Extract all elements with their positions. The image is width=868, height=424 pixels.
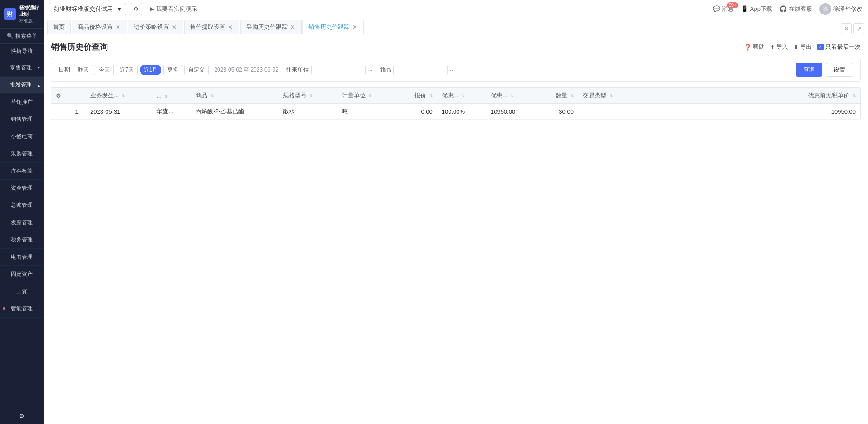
- date-range-display: 2023-05-02 至 2023-06-02: [214, 66, 278, 74]
- sidebar-item-general-ledger[interactable]: 总账管理: [0, 197, 44, 214]
- col-more-label: ...: [156, 92, 161, 99]
- product-lookup-btn[interactable]: ···: [449, 66, 455, 73]
- sidebar-item-ecommerce[interactable]: 电商管理: [0, 249, 44, 266]
- sort-icon: ⇅: [609, 93, 613, 98]
- sidebar-item-sales[interactable]: 销售管理: [0, 111, 44, 128]
- app-edition: 标准版: [19, 18, 40, 24]
- sidebar-item-wholesale[interactable]: 批发管理 ▴: [0, 77, 44, 94]
- page-title-bar: 销售历史价查询 ❓ 帮助 ⬆ 导入 ⬇ 导出 ✓ 只看最后一次: [51, 42, 861, 53]
- tab-purchase-history-close[interactable]: ✕: [289, 24, 296, 30]
- row-discount1: 100.00%: [437, 104, 486, 120]
- customer-lookup-btn[interactable]: ···: [367, 66, 373, 73]
- page-content: 销售历史价查询 ❓ 帮助 ⬆ 导入 ⬇ 导出 ✓ 只看最后一次: [44, 34, 868, 424]
- col-more[interactable]: ... ⇅: [152, 88, 191, 104]
- module-selector-label: 好业财标准版交付试用: [54, 5, 113, 13]
- tab-close-button[interactable]: ✕: [841, 23, 852, 34]
- app-download-button[interactable]: 📱 App下载: [741, 5, 772, 13]
- row-gear: [51, 104, 68, 120]
- tab-purchase-strategy-close[interactable]: ✕: [171, 24, 177, 30]
- sidebar-item-assets[interactable]: 固定资产: [0, 266, 44, 283]
- date-last7-btn[interactable]: 近7天: [116, 65, 138, 75]
- tabbar: 首页 商品价格设置 ✕ 进价策略设置 ✕ 售价提取设置 ✕ 采购历史价跟踪 ✕ …: [44, 18, 868, 34]
- tab-sale-history[interactable]: 销售历史价跟踪 ✕: [302, 20, 364, 34]
- export-button[interactable]: ⬇ 导出: [794, 43, 812, 51]
- col-product[interactable]: 商品 ⇅: [191, 88, 278, 104]
- col-discount2[interactable]: 优惠... ⇅: [486, 88, 537, 104]
- date-filter-label: 日期: [59, 66, 70, 74]
- col-discount1[interactable]: 优惠... ⇅: [437, 88, 486, 104]
- download-icon: 📱: [741, 5, 748, 12]
- chevron-down-icon: ▾: [118, 5, 121, 12]
- sidebar-quicknav[interactable]: 快捷导航: [0, 44, 44, 59]
- col-pretax-price[interactable]: 优惠前无税单价 ⇅: [775, 88, 860, 104]
- only-last-checkbox[interactable]: ✓: [817, 44, 824, 50]
- table-row[interactable]: 1 2023-05-31 华查... 丙烯酸-2-乙基已酯 散水 吨 0.00 …: [51, 104, 860, 120]
- only-last-checkbox-label[interactable]: ✓ 只看最后一次: [817, 43, 861, 51]
- sidebar-logo: 财 畅捷通好业财 标准版: [0, 0, 44, 29]
- col-spec[interactable]: 规格型号 ⇅: [278, 88, 337, 104]
- tab-sale-price-close[interactable]: ✕: [227, 24, 234, 30]
- sort-icon: ⇅: [429, 93, 433, 98]
- product-input[interactable]: [393, 65, 448, 75]
- sidebar-item-smart[interactable]: 智能管理: [0, 300, 44, 318]
- date-today-btn[interactable]: 今天: [95, 65, 114, 75]
- row-unit: 吨: [337, 104, 396, 120]
- sidebar-search[interactable]: 🔍 搜索菜单: [0, 29, 44, 44]
- user-menu[interactable]: 徐 徐泽华修改: [819, 3, 863, 15]
- sidebar-bottom-settings[interactable]: ⚙: [0, 408, 44, 424]
- customer-input[interactable]: [311, 65, 366, 75]
- topbar: 好业财标准版交付试用 ▾ ⚙ ▶ 我要看实例演示 💬 消息 99+ 📱 App下…: [44, 0, 868, 18]
- tab-home-label: 首页: [53, 23, 65, 31]
- col-quantity[interactable]: 数量 ⇅: [537, 88, 578, 104]
- table-wrapper: ⚙ 业务发生... ⇅ ... ⇅ 商品 ⇅: [51, 87, 861, 120]
- sidebar-item-marketing[interactable]: 营销推广: [0, 94, 44, 111]
- tab-product-price[interactable]: 商品价格设置 ✕: [72, 20, 127, 34]
- sidebar-item-ecommerce-small[interactable]: 小畅电商: [0, 128, 44, 145]
- online-service-button[interactable]: 🎧 在线客服: [780, 5, 812, 13]
- sidebar-item-tax[interactable]: 税务管理: [0, 231, 44, 249]
- tab-purchase-history[interactable]: 采购历史价跟踪 ✕: [240, 20, 302, 34]
- date-custom-btn[interactable]: 自定义: [184, 65, 209, 75]
- sidebar-item-payroll[interactable]: 工资: [0, 283, 44, 300]
- messages-button[interactable]: 💬 消息 99+: [713, 5, 734, 13]
- import-label: 导入: [776, 43, 788, 51]
- date-last1m-btn[interactable]: 近1月: [140, 65, 162, 75]
- tab-product-price-close[interactable]: ✕: [115, 24, 121, 30]
- tab-sale-price[interactable]: 售价提取设置 ✕: [184, 20, 239, 34]
- date-yesterday-btn[interactable]: 昨天: [74, 65, 93, 75]
- sidebar-item-invoice[interactable]: 发票管理: [0, 214, 44, 231]
- demo-link[interactable]: ▶ 我要看实例演示: [150, 5, 197, 13]
- col-tx-type[interactable]: 交易类型 ⇅: [578, 88, 637, 104]
- col-price[interactable]: 报价 ⇅: [396, 88, 437, 104]
- date-filter-group: 日期 昨天 今天 近7天 近1月 更多 自定义 2023-05-02 至 202…: [59, 65, 278, 75]
- settings-button[interactable]: 设置: [826, 63, 853, 77]
- row-spec: 散水: [278, 104, 337, 120]
- module-selector[interactable]: 好业财标准版交付试用 ▾: [49, 3, 126, 15]
- tab-sale-history-close[interactable]: ✕: [351, 24, 358, 30]
- search-icon: 🔍: [7, 33, 14, 39]
- sidebar-item-finance[interactable]: 资金管理: [0, 180, 44, 197]
- tab-maximize-button[interactable]: ⤢: [853, 23, 864, 34]
- sidebar-item-retail[interactable]: 零售管理 ▾: [0, 59, 44, 77]
- help-button[interactable]: ❓ 帮助: [744, 43, 765, 51]
- app-download-label: App下载: [750, 5, 772, 13]
- col-biz-date[interactable]: 业务发生... ⇅: [86, 88, 152, 104]
- play-icon: ▶: [150, 5, 154, 12]
- col-gear[interactable]: ⚙: [51, 88, 68, 104]
- tab-purchase-strategy[interactable]: 进价策略设置 ✕: [128, 20, 183, 34]
- only-last-label: 只看最后一次: [825, 43, 861, 51]
- topbar-right: 💬 消息 99+ 📱 App下载 🎧 在线客服 徐 徐泽华修改: [713, 3, 863, 15]
- col-unit[interactable]: 计量单位 ⇅: [337, 88, 396, 104]
- headset-icon: 🎧: [780, 5, 787, 12]
- sort-icon: ⇅: [852, 93, 856, 98]
- date-more-btn[interactable]: 更多: [163, 65, 182, 75]
- sidebar-item-inventory[interactable]: 库存核算: [0, 163, 44, 180]
- col-quantity-label: 数量: [556, 92, 567, 99]
- sort-icon: ⇅: [461, 93, 464, 98]
- import-button[interactable]: ⬆ 导入: [770, 43, 788, 51]
- topbar-settings-button[interactable]: ⚙: [130, 3, 142, 15]
- page-title: 销售历史价查询: [51, 42, 108, 53]
- sidebar-item-purchase[interactable]: 采购管理: [0, 145, 44, 163]
- tab-home[interactable]: 首页: [47, 20, 71, 34]
- query-button[interactable]: 查询: [796, 63, 822, 77]
